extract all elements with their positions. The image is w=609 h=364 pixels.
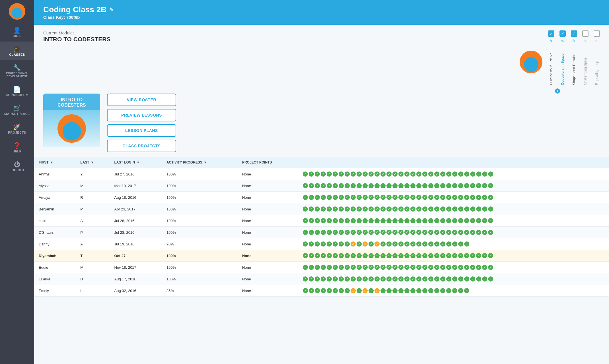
check-icon: ✓ [398, 253, 404, 258]
check-icon: ✓ [321, 183, 326, 188]
check-icon: ✓ [380, 171, 386, 177]
cell-last: R [76, 192, 110, 203]
check-icon: ✓ [416, 218, 421, 223]
cell-project-points: None [238, 285, 298, 297]
col-edit-icon-2[interactable]: ✎ [571, 38, 577, 44]
table-row: El arka D Aug 17, 2016 100% None ✓✓✓✓✓✓✓… [34, 273, 609, 285]
check-icon: ✓ [458, 206, 463, 212]
check-icon: ✓ [363, 265, 368, 270]
check-icon: ✓ [410, 288, 415, 293]
check-icon: ✓ [392, 230, 398, 235]
cell-activity-progress: 100% [162, 273, 238, 285]
sidebar-label-logout: LOG OUT [9, 168, 25, 172]
sidebar-item-projects[interactable]: 🚀 PROJECTS [0, 119, 34, 138]
cell-first: Eddie [34, 262, 76, 273]
col-edit-icon-0[interactable]: ✎ [548, 38, 554, 44]
check-icon: ✓ [476, 230, 481, 235]
module-card-row: INTRO TO CODESTERS VIEW ROSTER PREVIEW L… [34, 94, 609, 157]
sidebar-item-marketplace[interactable]: 🛒 MARKETPLACE [0, 101, 34, 119]
check-icon: ✓ [422, 171, 427, 177]
check-icon: ✓ [351, 253, 356, 258]
check-icon: ✓ [351, 218, 356, 223]
check-icon: ✓ [458, 288, 463, 293]
check-icon: ✓ [327, 276, 332, 282]
view-roster-button[interactable]: VIEW ROSTER [107, 94, 176, 106]
check-icon: ✓ [375, 206, 380, 212]
check-icon: ✓ [476, 171, 481, 177]
check-icon: ✓ [422, 288, 427, 293]
cell-last: M [76, 262, 110, 273]
col-edit-icon-1[interactable]: ✎ [559, 38, 566, 44]
col-checkbox-2[interactable]: ✓ [571, 30, 577, 37]
edit-class-icon[interactable]: ✎ [109, 7, 114, 13]
check-icon: ✓ [380, 195, 386, 200]
class-key-label: Class Key: [43, 15, 65, 20]
check-icon: ✓ [333, 230, 338, 235]
logo-and-cols: ✓ ✓ ✓ ✎ ✎ ✎ ✎ [520, 30, 600, 94]
sidebar-item-mrs[interactable]: 👤 MRS [0, 23, 34, 42]
check-icon: ✓ [398, 183, 404, 188]
check-icon: ✓ [452, 171, 457, 177]
check-icon: ✓ [446, 195, 451, 200]
check-icon: ✓ [357, 288, 362, 293]
check-icon: ✓ [380, 253, 386, 258]
check-icon: ✓ [452, 206, 457, 212]
info-badge-row: i [547, 86, 560, 94]
check-icon: ✓ [386, 241, 392, 247]
check-icon: ✓ [357, 230, 362, 235]
person-icon: 👤 [13, 27, 21, 34]
check-icon: ✓ [452, 230, 457, 235]
check-icon: ✓ [440, 218, 445, 223]
sidebar-item-logout[interactable]: ⏻ LOG OUT [0, 157, 34, 176]
check-icon: ✓ [440, 288, 445, 293]
cell-activities: ✓✓✓✓✓✓✓✓✓✓✓✓✓✓✓✓✓✓✓✓✓✓✓✓✓✓✓✓✓✓✓✓ [298, 203, 609, 215]
col-checkbox-3[interactable] [582, 30, 589, 37]
col-checkbox-4[interactable] [594, 30, 600, 37]
cell-last-login: Apr 23, 2017 [110, 203, 162, 215]
cell-last: A [76, 215, 110, 227]
col-checkbox-1[interactable]: ✓ [559, 30, 566, 37]
check-icon: ✓ [404, 276, 410, 282]
col-header-last[interactable]: LAST ▾ [76, 157, 110, 168]
check-icon: ✓ [470, 218, 475, 223]
sidebar-item-classes[interactable]: 🎓 CLASSES [0, 42, 34, 60]
check-icon: ✓ [446, 241, 451, 247]
check-icon: ✓ [333, 241, 338, 247]
check-icon: ✓ [416, 195, 421, 200]
table-row: D'Shaun P Jul 28, 2016 100% None ✓✓✓✓✓✓✓… [34, 227, 609, 238]
cell-last-login: Jul 28, 2016 [110, 227, 162, 238]
module-buttons: VIEW ROSTER PREVIEW LESSONS LESSON PLANS… [107, 94, 176, 152]
activity-icons: ✓✓✓✓✓✓✓✓✓✓✓✓✓✓✓✓✓✓✓✓✓✓✓✓✓✓✓✓✓✓✓✓ [303, 171, 530, 177]
sidebar-item-professional-development[interactable]: 🔧 PROFESSIONALDEVELOPMENT [0, 60, 34, 82]
check-icon: ✓ [357, 276, 362, 282]
col-header-activity-progress[interactable]: ACTIVITY PROGRESS ▾ [162, 157, 238, 168]
check-icon: ✓ [380, 230, 386, 235]
check-icon: ✓ [327, 171, 332, 177]
check-icon: ✓ [398, 265, 404, 270]
sidebar-label-projects: PROJECTS [8, 131, 26, 134]
col-header-last-login[interactable]: LAST LOGIN ▾ [110, 157, 162, 168]
check-icon: ✓ [398, 288, 404, 293]
check-icon: ✓ [369, 276, 374, 282]
sidebar-item-help[interactable]: ❓ HELP [0, 138, 34, 157]
cell-first: Benjamin [34, 203, 76, 215]
table-row: Eddie M Nov 18, 2017 100% None ✓✓✓✓✓✓✓✓✓… [34, 262, 609, 273]
preview-lessons-button[interactable]: PREVIEW LESSONS [107, 109, 176, 121]
sidebar-item-curriculum[interactable]: 📄 CURRICULUM [0, 82, 34, 101]
col-header-first[interactable]: FIRST ▾ [34, 157, 76, 168]
col-checkbox-0[interactable]: ✓ [548, 30, 554, 37]
info-badge[interactable]: i [555, 88, 560, 94]
lesson-plans-button[interactable]: LESSON PLANS [107, 124, 176, 137]
class-projects-button[interactable]: CLASS PROJECTS [107, 140, 176, 152]
check-icon: ✓ [398, 195, 404, 200]
cell-activity-progress: 100% [162, 192, 238, 203]
cell-project-points: None [238, 203, 298, 215]
cell-last-login: Oct 27 [110, 250, 162, 262]
check-icon: ✓ [422, 206, 427, 212]
cell-project-points: None [238, 227, 298, 238]
cell-last-login: Mar 10, 2017 [110, 180, 162, 192]
check-icon: ✓ [404, 253, 410, 258]
check-icon: ✓ [321, 265, 326, 270]
cell-first: colin [34, 215, 76, 227]
table-row: Amaya R Aug 18, 2016 100% None ✓✓✓✓✓✓✓✓✓… [34, 192, 609, 203]
